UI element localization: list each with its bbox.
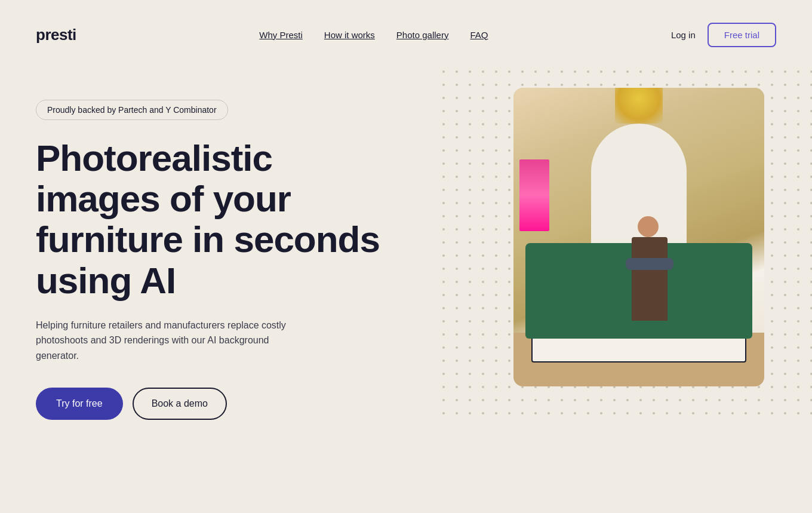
- nav-links: Why Presti How it works Photo gallery FA…: [259, 30, 488, 41]
- page-wrapper: presti Why Presti How it works Photo gal…: [0, 0, 812, 513]
- artwork: [519, 159, 549, 231]
- hero-photo: [513, 88, 764, 386]
- nav-right: Log in Free trial: [671, 23, 776, 47]
- hero-title: Photorealistic images of your furniture …: [36, 138, 382, 301]
- chandelier: [615, 88, 663, 124]
- hero-section: Proudly backed by Partech and Y Combinat…: [24, 58, 788, 444]
- nav-how-it-works[interactable]: How it works: [324, 30, 375, 40]
- free-trial-button[interactable]: Free trial: [708, 23, 776, 47]
- book-demo-button[interactable]: Book a demo: [133, 388, 227, 420]
- hero-buttons: Try for free Book a demo: [36, 388, 382, 420]
- nav-why-presti[interactable]: Why Presti: [259, 30, 303, 40]
- login-link[interactable]: Log in: [671, 30, 696, 40]
- backed-by-badge: Proudly backed by Partech and Y Combinat…: [36, 100, 228, 120]
- hero-content: Proudly backed by Partech and Y Combinat…: [36, 94, 382, 420]
- room-illustration: [513, 88, 764, 386]
- main-card: presti Why Presti How it works Photo gal…: [24, 12, 788, 502]
- person-silhouette: [632, 237, 668, 321]
- hero-image-area: [478, 70, 788, 416]
- try-for-free-button[interactable]: Try for free: [36, 388, 123, 420]
- nav-photo-gallery[interactable]: Photo gallery: [396, 30, 449, 40]
- hero-subtitle: Helping furniture retailers and manufact…: [36, 318, 287, 364]
- navbar: presti Why Presti How it works Photo gal…: [24, 12, 788, 58]
- nav-faq[interactable]: FAQ: [470, 30, 488, 40]
- brand-logo[interactable]: presti: [36, 26, 76, 44]
